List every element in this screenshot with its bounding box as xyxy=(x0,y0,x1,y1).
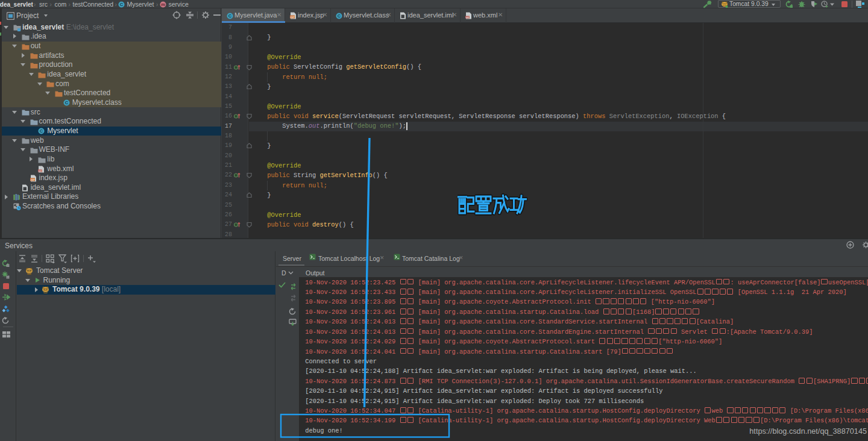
svg-text:xml: xml xyxy=(39,169,42,172)
svg-text:C: C xyxy=(120,2,124,7)
svg-text:JSP: JSP xyxy=(290,16,295,19)
svg-text:C: C xyxy=(64,100,68,105)
svg-text:xml: xml xyxy=(466,16,470,19)
svg-text:C: C xyxy=(338,13,341,19)
svg-text:C: C xyxy=(40,128,43,134)
svg-text:JSP: JSP xyxy=(30,178,35,181)
svg-text:C: C xyxy=(228,13,232,19)
svg-text:m: m xyxy=(161,2,165,7)
